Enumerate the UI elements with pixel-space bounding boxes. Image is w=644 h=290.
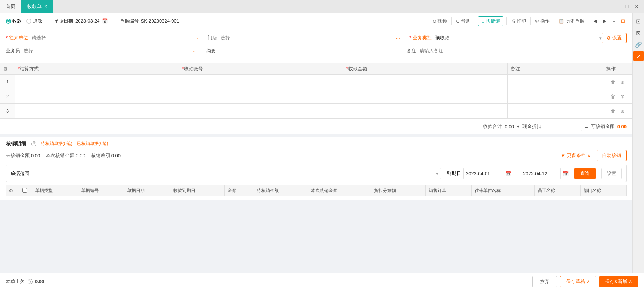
row-2-copy-icon[interactable]: ⊕	[619, 93, 626, 100]
select-all-checkbox[interactable]	[22, 188, 27, 193]
row-1-settlement[interactable]	[15, 75, 179, 89]
range-select[interactable]: ▾	[32, 168, 441, 179]
tab-pending[interactable]: 待核销单据(0笔)	[41, 141, 72, 147]
auto-writeoff-button[interactable]: 自动核销	[597, 150, 627, 161]
diff-value: 0.00	[111, 153, 121, 158]
row-3-copy-icon[interactable]: ⊕	[619, 107, 626, 115]
next-btn[interactable]: ▶	[601, 17, 608, 24]
operation-btn[interactable]: ⚙ 操作	[534, 17, 551, 25]
date-to-icon[interactable]: 📅	[563, 171, 569, 176]
discard-button[interactable]: 放弃	[532, 276, 557, 287]
help-btn[interactable]: ⊙ 帮助	[455, 17, 472, 25]
row-1-copy-icon[interactable]: ⊕	[619, 78, 626, 86]
save-new-button[interactable]: 保存&新增 ∧	[599, 276, 638, 287]
tab-bar: 首页 收款单 × — □ ✕	[0, 0, 644, 13]
wcol-partner: 往来单位名称	[471, 185, 534, 196]
store-input[interactable]	[219, 33, 392, 43]
wcol-settings[interactable]: ⚙	[6, 185, 19, 196]
history-btn[interactable]: 📋 历史单据	[557, 17, 586, 25]
row-3-amount[interactable]	[343, 104, 508, 118]
row-num-2: 2	[0, 89, 15, 104]
writeoff-header: 核销明细 ? 待核销单据(0笔) 已核销单据(0笔)	[6, 141, 627, 147]
wcol-sales-order: 销售订单	[425, 185, 471, 196]
shortcut-btn[interactable]: ⊡ 快捷键	[478, 16, 503, 26]
salesperson-more[interactable]: ···	[193, 48, 197, 54]
remark-input[interactable]	[418, 46, 597, 56]
radio-receipt[interactable]: 收款	[6, 18, 22, 24]
row-2-settlement[interactable]	[15, 89, 179, 104]
row-2-amount[interactable]	[343, 89, 508, 104]
video-icon: ⊙	[433, 19, 436, 24]
close-button[interactable]: ✕	[632, 2, 641, 11]
list-view-btn[interactable]: ≡	[611, 17, 617, 24]
verifiable-value: 0.00	[617, 124, 627, 129]
col-account-header: *收款账号	[179, 63, 343, 75]
query-button[interactable]: 查询	[574, 168, 596, 179]
settings-button[interactable]: ⚙ 设置	[602, 33, 627, 43]
store-more[interactable]: ···	[396, 35, 400, 41]
row-3-remark[interactable]	[508, 104, 603, 118]
writeoff-title: 核销明细	[6, 141, 26, 147]
row-1-account[interactable]	[179, 75, 343, 89]
tab-close-icon[interactable]: ×	[44, 4, 47, 9]
business-type-arrow[interactable]: ▾	[599, 35, 602, 41]
row-3-settlement[interactable]	[15, 104, 179, 118]
wcol-doc-num: 单据编号	[78, 185, 124, 196]
counter-party-more[interactable]: ···	[194, 35, 198, 41]
writeoff-info-icon[interactable]: ?	[31, 141, 36, 146]
sidebar-icon-expand[interactable]: ↗	[633, 51, 644, 61]
save-draft-button[interactable]: 保存草稿 ∧	[560, 276, 596, 287]
row-2-actions: 🗑 ⊕	[603, 89, 632, 104]
tab-home[interactable]: 首页	[0, 0, 21, 13]
col-settlement-header: *结算方式	[15, 63, 179, 75]
row-1-amount[interactable]	[343, 75, 508, 89]
prev-btn[interactable]: ◀	[592, 17, 598, 24]
row-3-account[interactable]	[179, 104, 343, 118]
print-icon: 🖨	[511, 19, 515, 24]
writeoff-table: ⚙ 单据类型 单据编号 单据日期 收款到期日 金额 待核销金额 本次核销金额 折…	[6, 185, 627, 196]
row-1-delete-icon[interactable]: 🗑	[609, 78, 617, 86]
business-type-select[interactable]: 预收款	[434, 33, 597, 43]
calendar-icon[interactable]: 📅	[102, 18, 108, 24]
col-remark-header: 备注	[508, 63, 603, 75]
minimize-button[interactable]: —	[613, 2, 622, 11]
operation-icon: ⚙	[535, 19, 539, 24]
date-from-input[interactable]	[463, 168, 503, 179]
restore-button[interactable]: □	[623, 2, 632, 11]
grid-view-btn[interactable]: ⊞	[620, 17, 627, 24]
row-2-delete-icon[interactable]: 🗑	[609, 93, 617, 100]
counter-party-input[interactable]	[30, 33, 191, 43]
salesperson-input[interactable]	[22, 46, 189, 56]
row-2-account[interactable]	[179, 89, 343, 104]
sidebar-icon-table[interactable]: ⊡	[633, 16, 644, 26]
video-label: 视频	[437, 18, 447, 24]
col-settings-header[interactable]: ⚙	[0, 63, 15, 75]
date-to-input[interactable]	[521, 168, 561, 179]
shortcut-label: 快捷键	[486, 18, 500, 24]
gear-icon: ⚙	[606, 35, 611, 41]
row-1-remark[interactable]	[508, 75, 603, 89]
more-conditions[interactable]: ▼ 更多条件 ∧	[561, 152, 591, 159]
save-new-label: 保存&新增	[605, 278, 627, 285]
tab-done[interactable]: 已核销单据(0笔)	[77, 141, 109, 147]
date-from-icon[interactable]: 📅	[506, 171, 511, 176]
date-field: 单据日期 2023-03-24 📅	[54, 18, 108, 24]
filter-settings-button[interactable]: 设置	[601, 168, 622, 179]
radio-refund[interactable]: 退款	[26, 18, 42, 24]
save-draft-label: 保存草稿	[566, 278, 585, 285]
number-field: 单据编号 SK-20230324-001	[120, 18, 180, 24]
row-3-delete-icon[interactable]: 🗑	[609, 107, 617, 115]
sidebar-icon-link[interactable]: 🔗	[633, 39, 644, 50]
sidebar-icon-attach[interactable]: ⊠	[633, 28, 644, 38]
discount-input[interactable]	[546, 122, 582, 131]
video-btn[interactable]: ⊙ 视频	[431, 17, 448, 25]
wcol-checkbox[interactable]	[19, 185, 32, 196]
bottom-info-icon[interactable]: ?	[28, 279, 33, 284]
number-value: SK-20230324-001	[141, 18, 180, 24]
print-btn[interactable]: 🖨 打印	[510, 17, 527, 25]
chevron-up-icon: ∧	[587, 153, 591, 158]
row-2-remark[interactable]	[508, 89, 603, 104]
tab-receipt-label: 收款单	[27, 3, 42, 10]
tab-receipt[interactable]: 收款单 ×	[21, 0, 53, 13]
summary-input[interactable]	[218, 46, 397, 56]
